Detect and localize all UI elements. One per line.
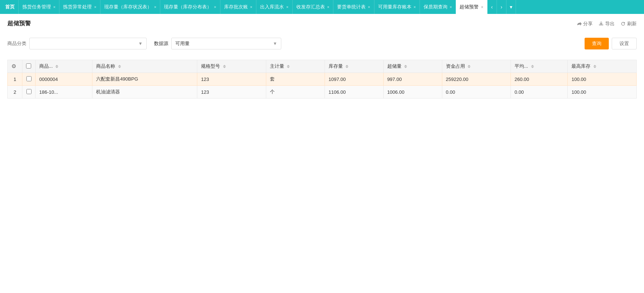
datasource-filter: 数据源 可用量 ▼ xyxy=(154,38,281,49)
cell-avg: 260.00 xyxy=(511,73,568,86)
nav-tab-quality[interactable]: 保质期查询 × xyxy=(420,0,456,14)
chevron-down-icon: ▼ xyxy=(273,41,277,46)
row-num: 1 xyxy=(8,73,22,86)
cell-unit: 个 xyxy=(266,86,325,99)
filter-area: 商品分类 ▼ 数据源 可用量 ▼ 查询 设置 xyxy=(7,33,637,54)
cell-product-name: 六配套新昌490BPG xyxy=(92,73,197,86)
cell-unit: 套 xyxy=(266,73,325,86)
sort-icon xyxy=(118,65,121,68)
row-num: 2 xyxy=(8,86,22,99)
th-max-stock[interactable]: 最高库存 xyxy=(568,60,637,73)
filter-actions: 查询 设置 xyxy=(585,38,637,49)
cell-max-stock: 100.00 xyxy=(568,73,637,86)
category-label: 商品分类 xyxy=(7,40,26,47)
category-select[interactable]: ▼ xyxy=(29,38,147,49)
close-icon[interactable]: × xyxy=(94,5,96,9)
gear-icon[interactable]: ⚙ xyxy=(11,63,16,69)
close-icon[interactable]: × xyxy=(250,5,252,9)
sort-icon xyxy=(223,65,226,68)
nav-tab-stock-batch[interactable]: 库存批次账 × xyxy=(220,0,256,14)
cell-product-code: 0000004 xyxy=(36,73,92,86)
svg-rect-0 xyxy=(599,25,603,25)
nav-next-button[interactable]: › xyxy=(497,0,506,14)
datasource-select[interactable]: 可用量 ▼ xyxy=(171,38,281,49)
th-overstock[interactable]: 超储量 xyxy=(383,60,442,73)
sort-icon xyxy=(55,65,58,68)
th-capital[interactable]: 资金占用 xyxy=(442,60,511,73)
export-button[interactable]: 导出 xyxy=(599,21,615,27)
page-header: 超储预警 分享 导出 刷新 xyxy=(7,20,637,27)
sort-icon xyxy=(468,65,471,68)
category-filter: 商品分类 ▼ xyxy=(7,38,147,49)
close-icon[interactable]: × xyxy=(327,5,329,9)
close-icon[interactable]: × xyxy=(286,5,288,9)
cell-max-stock: 100.00 xyxy=(568,86,637,99)
cell-capital: 0.00 xyxy=(442,86,511,99)
cell-product-code: 186-10... xyxy=(36,86,92,99)
row-checkbox[interactable] xyxy=(26,76,32,81)
settings-button[interactable]: 设置 xyxy=(612,38,637,49)
share-icon xyxy=(577,21,582,26)
sort-icon xyxy=(287,65,290,68)
refresh-button[interactable]: 刷新 xyxy=(621,21,637,27)
share-button[interactable]: 分享 xyxy=(577,21,593,27)
row-checkbox-cell xyxy=(22,73,36,86)
nav-tab-overstock[interactable]: 超储预警 × xyxy=(456,0,487,14)
th-stock[interactable]: 库存量 xyxy=(325,60,383,73)
datasource-label: 数据源 xyxy=(154,40,168,47)
close-icon[interactable]: × xyxy=(450,5,452,9)
th-check xyxy=(22,60,36,73)
close-icon[interactable]: × xyxy=(53,5,55,9)
table-row: 2 186-10... 机油滤清器 123 个 1106.00 1006.00 … xyxy=(8,86,637,99)
cell-spec: 123 xyxy=(197,86,266,99)
close-icon[interactable]: × xyxy=(368,5,370,9)
datasource-value: 可用量 xyxy=(175,40,190,47)
cell-avg: 0.00 xyxy=(511,86,568,99)
nav-tab-task-manage[interactable]: 拣货任务管理 × xyxy=(19,0,59,14)
query-button[interactable]: 查询 xyxy=(585,38,609,49)
table-body: 1 0000004 六配套新昌490BPG 123 套 1097.00 997.… xyxy=(8,73,637,99)
close-icon[interactable]: × xyxy=(214,5,216,9)
th-spec[interactable]: 规格型号 xyxy=(197,60,266,73)
cell-spec: 123 xyxy=(197,73,266,86)
nav-more-button[interactable]: ▾ xyxy=(506,0,516,14)
sort-icon xyxy=(404,65,407,68)
cell-stock: 1097.00 xyxy=(325,73,383,86)
select-all-checkbox[interactable] xyxy=(26,63,31,68)
nav-prev-button[interactable]: ‹ xyxy=(487,0,497,14)
top-nav: 首页 拣货任务管理 × 拣货异常处理 × 现存量（库存状况表） × 现存量（库存… xyxy=(0,0,644,14)
nav-tab-home[interactable]: 首页 xyxy=(1,0,19,14)
close-icon[interactable]: × xyxy=(154,5,156,9)
close-icon[interactable]: × xyxy=(414,5,416,9)
refresh-icon xyxy=(621,21,626,26)
table-row: 1 0000004 六配套新昌490BPG 123 套 1097.00 997.… xyxy=(8,73,637,86)
page-content: 超储预警 分享 导出 刷新 xyxy=(0,14,644,293)
th-avg[interactable]: 平均... xyxy=(511,60,568,73)
cell-overstock: 1006.00 xyxy=(383,86,442,99)
nav-tab-abnormal[interactable]: 拣货异常处理 × xyxy=(59,0,100,14)
nav-tab-stock-dist[interactable]: 现存量（库存分布表） × xyxy=(160,0,220,14)
cell-capital: 259220.00 xyxy=(442,73,511,86)
sort-icon xyxy=(593,65,596,68)
chevron-down-icon: ▼ xyxy=(138,41,143,46)
page-title: 超储预警 xyxy=(7,20,31,27)
th-product-code[interactable]: 商品... xyxy=(36,60,92,73)
cell-product-name: 机油滤清器 xyxy=(92,86,197,99)
nav-tab-in-out-flow[interactable]: 出入库流水 × xyxy=(256,0,292,14)
nav-tab-order-stat[interactable]: 要货单统计表 × xyxy=(333,0,374,14)
row-checkbox[interactable] xyxy=(26,89,32,94)
data-table: ⚙ 商品... 商品名称 规格型号 主计量 xyxy=(7,60,637,99)
nav-tab-stock-status[interactable]: 现存量（库存状况表） × xyxy=(100,0,160,14)
header-actions: 分享 导出 刷新 xyxy=(577,21,637,27)
sort-icon xyxy=(345,65,348,68)
export-icon xyxy=(599,21,604,26)
cell-stock: 1106.00 xyxy=(325,86,383,99)
sort-icon xyxy=(531,65,534,68)
th-product-name[interactable]: 商品名称 xyxy=(92,60,197,73)
nav-tab-recv-send[interactable]: 收发存汇总表 × xyxy=(293,0,333,14)
nav-tab-available-stock[interactable]: 可用量库存账本 × xyxy=(374,0,420,14)
close-icon[interactable]: × xyxy=(481,5,483,9)
row-checkbox-cell xyxy=(22,86,36,99)
th-unit[interactable]: 主计量 xyxy=(266,60,325,73)
th-settings: ⚙ xyxy=(8,60,22,73)
